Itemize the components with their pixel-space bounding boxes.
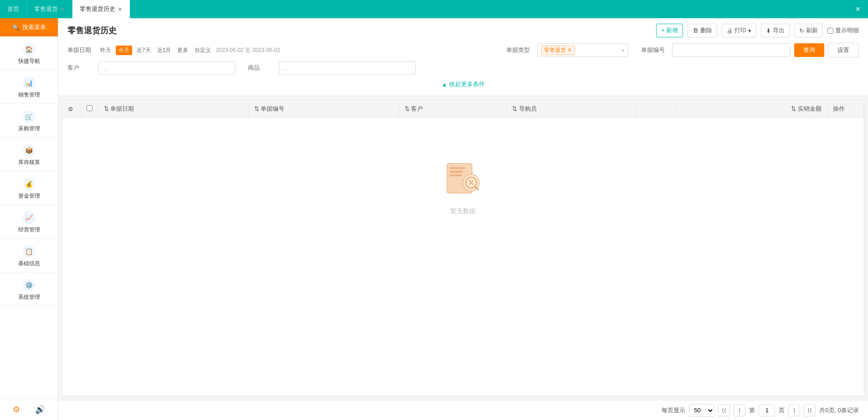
th-date[interactable]: ⇅ 单据日期 [98, 100, 248, 118]
export-button[interactable]: ⬇ 导出 [761, 24, 790, 37]
content-area: 零售退货历史 + 新增 🗑 删除 🖨 打印 ▾ ⬇ 导出 ↻ [58, 18, 868, 420]
customer-filter-input[interactable] [98, 61, 235, 75]
collapse-icon: ▲ [442, 81, 447, 88]
tab-home[interactable]: 首页 [0, 0, 27, 18]
total-info: 共0页, 0条记录 [819, 406, 859, 415]
sidebar-item-operation[interactable]: 📈 经营管理 [0, 205, 58, 239]
goods-filter-input[interactable] [279, 61, 416, 75]
show-detail-input[interactable] [827, 28, 833, 34]
empty-icon [440, 154, 486, 200]
select-all-checkbox[interactable] [87, 105, 92, 111]
show-detail-checkbox[interactable]: 显示明细 [827, 26, 859, 35]
empty-state: 暂无数据 [62, 118, 864, 252]
new-button[interactable]: + 新增 [656, 24, 683, 37]
sidebar-item-inventory[interactable]: 📦 库存核算 [0, 138, 58, 171]
page-word-2: 页 [779, 406, 785, 415]
th-customer[interactable]: ⇅ 客户 [399, 100, 506, 118]
next-page-btn[interactable]: ⟩ [788, 405, 800, 416]
last-page-btn[interactable]: ⟩⟩ [804, 405, 816, 416]
tab-home-label: 首页 [7, 5, 19, 13]
number-filter-input[interactable] [672, 43, 791, 57]
th-amount-label: ⇅ 实销金额 [791, 105, 822, 112]
sidebar-search[interactable]: 🔍 搜索菜单 [0, 18, 58, 36]
collapse-button[interactable]: ▲ 收起更多条件 [436, 78, 490, 90]
sidebar-label-inventory: 库存核算 [18, 159, 40, 166]
page-title-row: 零售退货历史 + 新增 🗑 删除 🖨 打印 ▾ ⬇ 导出 ↻ [67, 24, 859, 37]
collapse-row: ▲ 收起更多条件 [67, 77, 859, 96]
filter-bar: 单据日期 昨天 今天 近7天 近1月 更多 自定义 2023-06-02 至 2… [67, 43, 859, 96]
gear-icon[interactable]: ⚙ [68, 106, 73, 113]
delete-button[interactable]: 🗑 删除 [688, 24, 717, 37]
finance-icon: 💰 [23, 178, 36, 190]
sidebar-item-quick-nav[interactable]: 🏠 快捷导航 [0, 36, 58, 70]
tab-retail-return-history-close[interactable]: ✕ [118, 6, 122, 12]
tab-retail-return-history[interactable]: 零售退货历史 ✕ [72, 0, 130, 18]
th-check[interactable] [81, 100, 98, 118]
prev-page-btn[interactable]: ⟨ [734, 405, 745, 416]
table-body: 暂无数据 [62, 118, 864, 252]
sidebar: 🔍 搜索菜单 🏠 快捷导航 📊 销售管理 🛒 采购管理 📦 库存核算 💰 资金管… [0, 18, 58, 420]
th-guide[interactable]: ⇅ 导购员 [507, 100, 636, 118]
th-action: 操作 [827, 100, 864, 118]
quick-nav-icon: 🏠 [23, 43, 36, 56]
date-custom[interactable]: 自定义 [193, 46, 213, 55]
inventory-icon: 📦 [23, 144, 36, 157]
sidebar-item-system[interactable]: ⚙️ 系统管理 [0, 272, 58, 306]
svg-rect-1 [449, 167, 465, 169]
top-tab-bar: 首页 零售退货 ✕ 零售退货历史 ✕ ✕ [0, 0, 868, 18]
table-wrapper: ⚙ ⇅ 单据日期 ⇅ 单据编号 ⇅ 客户 [62, 100, 864, 396]
first-page-btn[interactable]: ⟨⟨ [718, 405, 730, 416]
pagination-bar: 每页显示 10 20 50 100 ⟨⟨ ⟨ 第 页 ⟩ ⟩⟩ 共0页, 0条记… [58, 400, 868, 420]
svg-rect-3 [449, 174, 462, 176]
sidebar-item-finance[interactable]: 💰 资金管理 [0, 171, 58, 205]
page-num-input[interactable] [759, 405, 775, 416]
print-button[interactable]: 🖨 打印 ▾ [722, 24, 756, 37]
main-layout: 🔍 搜索菜单 🏠 快捷导航 📊 销售管理 🛒 采购管理 📦 库存核算 💰 资金管… [0, 18, 868, 420]
th-amount[interactable]: ⇅ 实销金额 [677, 100, 827, 118]
sidebar-label-quick-nav: 快捷导航 [18, 57, 40, 65]
sidebar-bottom: ⚙ 🔊 [0, 399, 58, 420]
main-table: ⚙ ⇅ 单据日期 ⇅ 单据编号 ⇅ 客户 [62, 100, 864, 252]
page-size-select[interactable]: 10 20 50 100 [689, 404, 714, 417]
tab-retail-return[interactable]: 零售退货 ✕ [27, 0, 72, 18]
th-guide-label: ⇅ 导购员 [512, 105, 537, 112]
date-more[interactable]: 更多 [175, 46, 190, 55]
refresh-button[interactable]: ↻ 刷新 [794, 24, 823, 37]
basic-info-icon: 📋 [23, 245, 36, 258]
page-size-label: 每页显示 [662, 406, 685, 415]
sidebar-settings-btn[interactable]: ⚙ [13, 405, 20, 415]
date-filter-label: 单据日期 [67, 46, 95, 54]
toolbar: + 新增 🗑 删除 🖨 打印 ▾ ⬇ 导出 ↻ 刷新 [656, 24, 859, 37]
sidebar-label-operation: 经营管理 [18, 226, 40, 234]
sidebar-item-basic-info[interactable]: 📋 基础信息 [0, 239, 58, 272]
date-7days[interactable]: 近7天 [135, 46, 153, 55]
sidebar-item-sales[interactable]: 📊 销售管理 [0, 70, 58, 104]
show-detail-label: 显示明细 [835, 26, 859, 35]
sidebar-item-purchase[interactable]: 🛒 采购管理 [0, 104, 58, 138]
query-button[interactable]: 查询 [794, 43, 824, 57]
type-select-arrow: ▾ [622, 48, 624, 53]
th-number-label: ⇅ 单据编号 [254, 105, 285, 112]
type-filter-select[interactable]: 零售退货 ✕ ▾ [537, 43, 628, 57]
type-tag-close[interactable]: ✕ [567, 47, 572, 53]
sidebar-label-system: 系统管理 [18, 293, 40, 301]
refresh-label: 刷新 [806, 26, 818, 35]
th-number[interactable]: ⇅ 单据编号 [248, 100, 399, 118]
filter-row-2: 客户 商品 [67, 57, 859, 77]
sidebar-volume-btn[interactable]: 🔊 [35, 405, 45, 415]
table-header: ⚙ ⇅ 单据日期 ⇅ 单据编号 ⇅ 客户 [62, 100, 864, 118]
topbar-close[interactable]: ✕ [855, 0, 868, 18]
settings-button[interactable]: 设置 [828, 43, 859, 57]
type-tag-retail-return: 零售退货 ✕ [541, 46, 575, 55]
th-spacer [636, 100, 677, 118]
type-tag-label: 零售退货 [544, 46, 566, 54]
tab-retail-return-close[interactable]: ✕ [61, 6, 65, 12]
sidebar-label-purchase: 采购管理 [18, 125, 40, 133]
th-gear[interactable]: ⚙ [62, 100, 81, 118]
svg-rect-2 [449, 171, 463, 173]
date-today[interactable]: 今天 [116, 46, 132, 55]
page-title: 零售退货历史 [67, 25, 117, 36]
print-icon: 🖨 [727, 27, 733, 34]
date-1month[interactable]: 近1月 [155, 46, 173, 55]
date-yesterday[interactable]: 昨天 [98, 46, 113, 55]
